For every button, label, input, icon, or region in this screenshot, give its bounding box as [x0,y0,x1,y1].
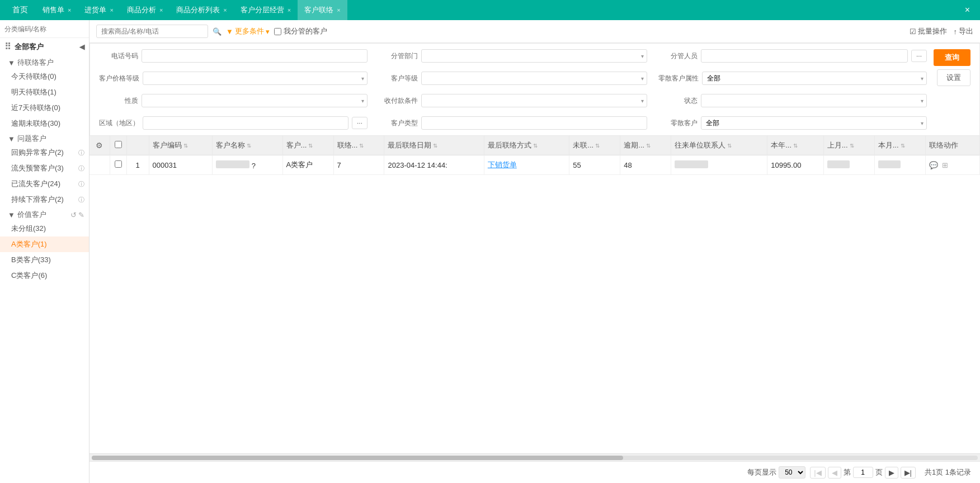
next-page-btn[interactable]: ▶ [885,467,898,479]
sidebar-item-overdue[interactable]: 逾期未联络(30) [0,116,89,131]
close-sales-icon[interactable]: × [68,7,71,13]
filter-cell-retail-attr: 零散客户属性 全部 ▾ [658,72,927,85]
customer-type-input[interactable] [421,116,647,130]
staff-input[interactable] [701,49,908,63]
gear-icon[interactable]: ⚙ [96,141,103,150]
sidebar-item-repurchase[interactable]: 回购异常客户(2) ⓘ [0,145,89,160]
nature-select[interactable] [142,94,368,107]
td-checkbox[interactable] [110,155,126,175]
share-icon[interactable]: ⊞ [942,161,948,169]
value-section[interactable]: ▼ 价值客户 ↺ ✎ [0,207,89,221]
current-page-input[interactable] [853,467,873,478]
sidebar-item-unclassified[interactable]: 未分组(32) [0,221,89,236]
close-customer-contact-icon[interactable]: × [337,7,340,13]
nav-sales[interactable]: 销售单 × [36,0,78,20]
th-checkbox[interactable] [110,136,126,155]
close-analysis-list-icon[interactable]: × [223,7,227,13]
close-all-icon[interactable]: × [959,5,976,15]
prev-page-btn[interactable]: ◀ [828,467,841,479]
th-this-year[interactable]: 本年... ⇅ [767,136,824,155]
chat-icon[interactable]: 💬 [929,161,938,169]
sidebar-item-b-class[interactable]: B类客户(33) [0,252,89,268]
per-page-select[interactable]: 50 [779,466,805,479]
region-dots-btn[interactable]: ··· [352,117,368,129]
payment-select[interactable] [421,94,647,107]
filter-more-btn[interactable]: ▼ 更多条件 ▾ [226,26,270,36]
nav-purchase[interactable]: 进货单 × [78,0,120,20]
close-customer-tier-icon[interactable]: × [288,7,291,13]
sidebar-item-c-class[interactable]: C类客户(6) [0,268,89,283]
filter-search-input[interactable] [96,25,208,38]
sidebar-item-7days[interactable]: 近7天待联络(0) [0,100,89,116]
nav-home[interactable]: 首页 [4,0,36,20]
last-page-btn[interactable]: ▶| [901,467,916,479]
phone-input[interactable] [142,49,368,63]
td-contact-action[interactable]: 💬 ⊞ [925,155,979,175]
pagination: 每页显示 50 |◀ ◀ 第 页 ▶ ▶| 共1页 1条记录 [89,461,980,483]
filter-search-icon[interactable]: 🔍 [213,27,222,36]
price-grade-label: 客户价格等级 [99,74,139,83]
first-page-btn[interactable]: |◀ [810,467,825,479]
th-unit-contact[interactable]: 往来单位联系人 ⇅ [671,136,767,155]
td-last-contact-method[interactable]: 下销货单 [484,155,569,175]
close-analysis-icon[interactable]: × [159,7,163,13]
th-contact[interactable]: 联络... ⇅ [333,136,384,155]
th-settings[interactable]: ⚙ [89,136,110,155]
my-customers-checkbox-label[interactable]: 我分管的客户 [274,26,327,36]
nav-customer-tier[interactable]: 客户分层经营 × [234,0,298,20]
pending-section[interactable]: ▼ 待联络客户 [0,55,89,69]
problem-section[interactable]: ▼ 问题客户 [0,131,89,145]
contact-method-link[interactable]: 下销货单 [488,160,517,169]
my-customers-checkbox[interactable] [274,28,281,35]
refresh-icon[interactable]: ↺ [70,211,77,219]
sidebar-search-input[interactable] [4,25,88,33]
scrollbar-thumb[interactable] [92,456,623,460]
nav-analysis[interactable]: 商品分析 × [120,0,169,20]
td-this-month [874,155,925,175]
price-grade-select[interactable] [143,72,368,85]
dept-select[interactable] [421,49,647,63]
sidebar-item-today[interactable]: 今天待联络(0) [0,69,89,84]
sidebar-item-churned[interactable]: 已流失客户(24) ⓘ [0,176,89,192]
retail-attr-select[interactable]: 全部 [702,72,927,85]
th-overdue[interactable]: 逾期... ⇅ [620,136,671,155]
th-no-contact[interactable]: 未联... ⇅ [569,136,620,155]
nature-label: 性质 [99,96,138,106]
batch-icon: ☑ [910,27,916,36]
th-type[interactable]: 客户... ⇅ [282,136,333,155]
staff-label: 分管人员 [658,51,698,61]
info-icon3: ⓘ [78,180,84,188]
nav-customer-contact[interactable]: 客户联络 × [298,0,347,20]
sidebar-item-tomorrow[interactable]: 明天待联络(1) [0,84,89,100]
close-purchase-icon[interactable]: × [110,7,113,13]
batch-op-btn[interactable]: ☑ 批量操作 [910,26,947,36]
table-scrollbar[interactable] [89,453,980,461]
region-input[interactable] [143,116,348,130]
th-last-contact-method[interactable]: 最后联络方式 ⇅ [484,136,569,155]
td-code[interactable]: 000031 [149,155,213,175]
staff-dots-btn[interactable]: ··· [911,50,927,62]
th-last-month[interactable]: 上月... ⇅ [823,136,874,155]
th-name[interactable]: 客户名称 ⇅ [213,136,282,155]
sidebar-item-declining[interactable]: 持续下滑客户(2) ⓘ [0,192,89,207]
all-customers-header[interactable]: ⠿ 全部客户 ◀ [0,38,89,55]
th-last-contact-date[interactable]: 最后联络日期 ⇅ [384,136,484,155]
select-all-checkbox[interactable] [115,141,122,148]
query-button[interactable]: 查询 [934,49,970,66]
settings-button[interactable]: 设置 [937,69,970,86]
customer-grade-select[interactable] [421,72,647,85]
nav-analysis-list[interactable]: 商品分析列表 × [169,0,233,20]
collapse-icon[interactable]: ◀ [79,43,84,51]
info-icon2: ⓘ [78,164,84,173]
retail-customer-select[interactable]: 全部 [701,116,927,130]
edit-icon[interactable]: ✎ [78,211,84,219]
sidebar-item-a-class[interactable]: A类客户(1) [0,236,89,252]
sidebar-item-churn-warning[interactable]: 流失预警客户(3) ⓘ [0,160,89,176]
th-this-month[interactable]: 本月... ⇅ [874,136,925,155]
row-checkbox[interactable] [115,160,122,168]
status-select[interactable] [701,94,927,107]
th-code[interactable]: 客户编码 ⇅ [149,136,213,155]
export-btn[interactable]: ↑ 导出 [954,26,974,36]
sort-no-contact-icon: ⇅ [595,143,600,149]
scrollbar-track[interactable] [92,456,978,460]
